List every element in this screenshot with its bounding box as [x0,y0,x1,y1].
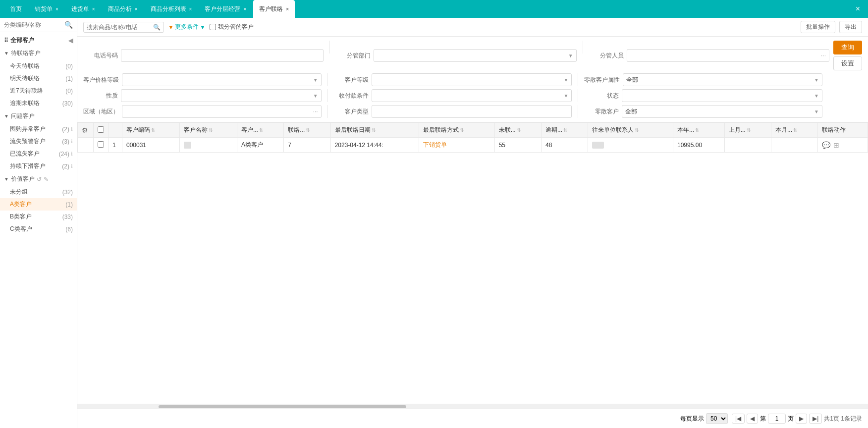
status-select[interactable]: ▼ [622,89,822,102]
col-last-contact-date: 最后联络日期 ⇅ [330,123,419,138]
action-more-icon[interactable]: ⊞ [833,141,839,149]
my-customers-checkbox[interactable] [210,24,216,30]
setting-button[interactable]: 设置 [833,56,862,70]
sidebar-search-icon[interactable]: 🔍 [64,21,73,29]
last-page-btn[interactable]: ▶| [809,414,822,424]
tab-sales[interactable]: 销货单 × [29,0,64,18]
sidebar-item-hoarding[interactable]: 囤购异常客户 (2) ℹ [0,123,77,135]
sidebar-search-input[interactable] [4,21,64,28]
sidebar-group-value[interactable]: ▼ 价值客户 ↺ ✎ [0,172,77,186]
churned-count: (24) [59,151,69,158]
table-settings-gear[interactable]: ⚙ [82,126,88,134]
dept-select[interactable]: ▼ [374,49,576,62]
export-button[interactable]: 导出 [839,21,862,33]
problem-arrow: ▼ [4,113,9,119]
select-all-checkbox[interactable] [98,126,104,133]
sidebar-group-problem[interactable]: ▼ 问题客户 [0,109,77,123]
tab-customer-contact[interactable]: 客户联络 × [253,0,295,18]
retail-customer-select[interactable]: 全部 ▼ [622,105,822,118]
7days-pending-count: (0) [65,88,73,95]
customer-type-input[interactable] [372,105,572,118]
horizontal-scrollbar[interactable] [77,404,868,409]
tab-sales-close[interactable]: × [55,6,58,12]
query-button[interactable]: 查询 [833,41,862,54]
declining-info-icon: ℹ [71,163,73,169]
payment-select[interactable]: ▼ [372,89,572,102]
tab-customer-tier[interactable]: 客户分层经营 × [199,0,252,18]
tab-product-analysis-list-close[interactable]: × [189,6,192,12]
sidebar-item-today-pending[interactable]: 今天待联络 (0) [0,60,77,72]
filter-cell-person: 分管人员 ··· [589,41,829,70]
col-contact-sort: ⇅ [306,127,310,133]
value-edit-icon[interactable]: ✎ [44,176,49,183]
sidebar-item-tomorrow-pending[interactable]: 明天待联络 (1) [0,72,77,85]
row-last-month [724,138,771,153]
my-customers-filter[interactable]: 我分管的客户 [210,23,254,31]
sidebar-item-b-class[interactable]: B类客户 (33) [0,211,77,223]
sidebar-item-ungrouped[interactable]: 未分组 (32) [0,186,77,198]
next-page-btn[interactable]: ▶ [796,414,807,424]
col-last-contact-method: 最后联络方式 ⇅ [419,123,494,138]
sidebar: 🔍 ⠿ 全部客户 ◀ ▼ 待联络客户 今天待联络 (0) 明天待联络 (1) 近… [0,18,77,428]
sidebar-collapse-icon[interactable]: ◀ [68,37,73,44]
sidebar-item-overdue-contact[interactable]: 逾期未联络 (30) [0,97,77,109]
row-last-contact-method: 下销货单 [419,138,494,153]
tab-customer-tier-label: 客户分层经营 [205,5,240,13]
page-size-label: 每页显示 [680,415,704,423]
nature-select[interactable]: ▼ [121,89,322,102]
filter-search-input[interactable] [87,24,151,31]
scrollbar-thumb[interactable] [159,405,406,408]
table-row: 1 000031 Ea A类客户 7 2023-04-12 14:44: 下销货… [78,138,868,153]
sidebar-group-pending[interactable]: ▼ 待联络客户 [0,47,77,60]
price-level-select[interactable]: ▼ [122,73,322,86]
row-checkbox[interactable] [98,141,104,148]
tab-purchase-close[interactable]: × [92,6,95,12]
c-class-label: C类客户 [10,225,32,233]
retail-attr-select[interactable]: 全部 ▼ [623,73,822,86]
col-contact: 联络... ⇅ [284,123,330,138]
col-unit-contact-sort: ⇅ [635,127,639,133]
c-class-count: (6) [65,226,73,233]
region-input[interactable]: ··· [122,105,322,118]
table-header-row: ⚙ 客户编码 ⇅ [78,123,868,138]
tab-home[interactable]: 首页 [4,0,28,18]
tab-product-analysis-close[interactable]: × [135,6,138,12]
sidebar-item-7days-pending[interactable]: 近7天待联络 (0) [0,85,77,97]
churn-warning-count: (3) [62,138,69,145]
main-layout: 🔍 ⠿ 全部客户 ◀ ▼ 待联络客户 今天待联络 (0) 明天待联络 (1) 近… [0,18,868,428]
customer-level-select[interactable]: ▼ [372,73,572,86]
filter-cell-payment: 收付款条件 ▼ [334,89,572,102]
tab-purchase[interactable]: 进货单 × [65,0,101,18]
sidebar-item-c-class[interactable]: C类客户 (6) [0,223,77,235]
last-contact-method-link[interactable]: 下销货单 [423,141,447,148]
col-unit-contact: 往来单位联系人 ⇅ [588,123,673,138]
person-input[interactable]: ··· [627,49,829,62]
tab-customer-tier-close[interactable]: × [243,6,246,12]
first-page-btn[interactable]: |◀ [732,414,745,424]
sidebar-item-churn-warning[interactable]: 流失预警客户 (3) ℹ [0,135,77,148]
price-level-arrow: ▼ [313,77,318,83]
row-index: 1 [108,138,122,153]
tab-product-analysis-list[interactable]: 商品分析列表 × [145,0,198,18]
tab-customer-contact-close[interactable]: × [286,6,289,12]
page-size-select[interactable]: 50 [706,413,728,424]
value-refresh-icon[interactable]: ↺ [37,176,42,183]
close-all-button[interactable]: × [852,4,864,13]
page-nav: |◀ ◀ 第 页 ▶ ▶| 共1页 1条记录 [732,414,862,424]
retail-customer-label: 零散客户 [584,107,619,116]
tab-product-analysis[interactable]: 商品分析 × [102,0,144,18]
prev-page-btn[interactable]: ◀ [747,414,758,424]
filter-search-icon[interactable]: 🔍 [153,24,161,31]
sidebar-item-churned[interactable]: 已流失客户 (24) ℹ [0,148,77,160]
page-input[interactable] [768,414,786,424]
action-chat-icon[interactable]: 💬 [822,141,830,149]
retail-attr-label: 零散客户属性 [584,76,620,84]
sidebar-item-a-class[interactable]: A类客户 (1) [0,198,77,211]
col-unit-contact-label: 往来单位联系人 [592,126,634,134]
col-this-year-sort: ⇅ [695,127,699,133]
sidebar-item-declining[interactable]: 持续下滑客户 (2) ℹ [0,160,77,172]
batch-op-button[interactable]: 批量操作 [801,21,835,33]
row-code: 000031 [122,138,180,153]
phone-input[interactable] [121,49,324,62]
more-conditions-button[interactable]: ▼ 更多条件 ▼ [168,23,206,31]
